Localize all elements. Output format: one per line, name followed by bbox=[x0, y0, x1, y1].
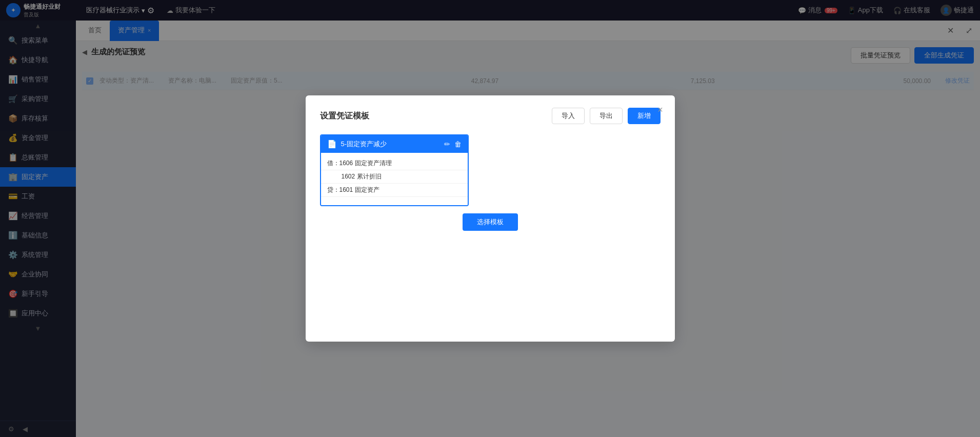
modal-close-button[interactable]: × bbox=[654, 104, 667, 116]
entry-1-debit bbox=[419, 172, 441, 181]
export-button[interactable]: 导出 bbox=[590, 108, 623, 124]
entry-2-debit bbox=[419, 186, 441, 194]
template-card: 📄 5-固定资产减少 ✏ 🗑 借：1606 固定资产清理 1602 累计折旧 bbox=[320, 134, 469, 206]
template-footer: 选择模板 bbox=[320, 206, 661, 238]
modal-overlay: × 设置凭证模板 导入 导出 新增 📄 5-固定资产减少 ✏ 🗑 bbox=[0, 0, 980, 437]
select-template-button[interactable]: 选择模板 bbox=[463, 213, 518, 231]
modal-actions: 导入 导出 新增 bbox=[552, 108, 661, 124]
template-card-icon: 📄 bbox=[327, 140, 337, 149]
entry-0-label: 借：1606 固定资产清理 bbox=[327, 159, 419, 168]
template-card-body: 借：1606 固定资产清理 1602 累计折旧 贷：1601 固定资产 bbox=[321, 153, 468, 205]
entry-1-credit bbox=[441, 172, 462, 181]
template-card-header: 📄 5-固定资产减少 ✏ 🗑 bbox=[321, 135, 468, 153]
template-card-title: 5-固定资产减少 bbox=[341, 140, 440, 149]
modal-header: 设置凭证模板 导入 导出 新增 bbox=[320, 108, 661, 124]
template-edit-icon[interactable]: ✏ bbox=[444, 140, 450, 148]
entry-2-label: 贷：1601 固定资产 bbox=[327, 186, 419, 194]
entry-1-label: 1602 累计折旧 bbox=[327, 172, 419, 181]
template-entry-0: 借：1606 固定资产清理 bbox=[321, 157, 468, 170]
template-entry-2: 贷：1601 固定资产 bbox=[321, 184, 468, 197]
modal-title: 设置凭证模板 bbox=[320, 111, 552, 122]
template-entry-1: 1602 累计折旧 bbox=[321, 170, 468, 184]
template-card-actions: ✏ 🗑 bbox=[444, 140, 462, 148]
modal-set-template: × 设置凭证模板 导入 导出 新增 📄 5-固定资产减少 ✏ 🗑 bbox=[306, 95, 675, 342]
template-entry-3 bbox=[321, 197, 468, 201]
entry-0-debit bbox=[419, 159, 441, 168]
entry-2-credit bbox=[441, 186, 462, 194]
template-delete-icon[interactable]: 🗑 bbox=[454, 140, 462, 148]
import-button[interactable]: 导入 bbox=[552, 108, 585, 124]
entry-0-credit bbox=[441, 159, 462, 168]
